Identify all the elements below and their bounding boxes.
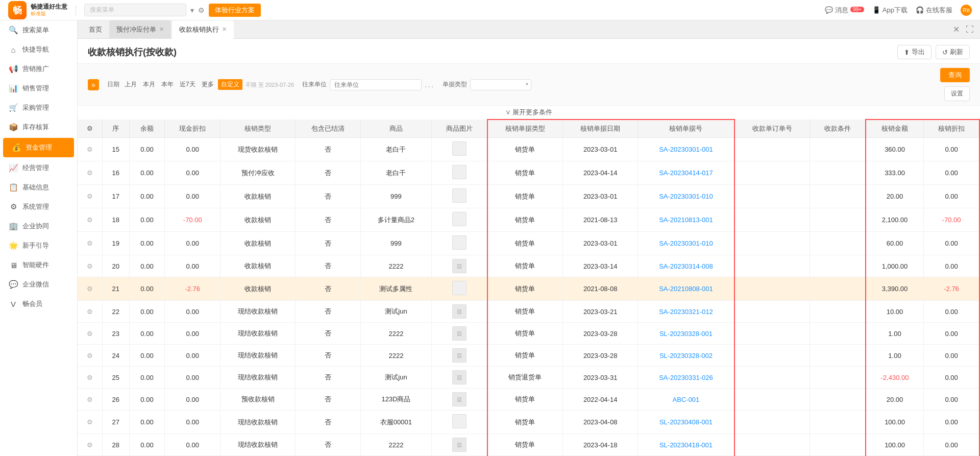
row-settings-icon[interactable]: ⚙ xyxy=(87,374,93,381)
sidebar-item-sales[interactable]: 📊销售管理 xyxy=(0,79,77,98)
row-settings-icon[interactable]: ⚙ xyxy=(87,441,93,449)
td-bill_no[interactable]: SA-20230414-017 xyxy=(638,161,734,185)
td-goods_img xyxy=(431,185,487,208)
row-settings-icon[interactable]: ⚙ xyxy=(87,396,93,403)
sidebar-item-marketing[interactable]: 📢营销推广 xyxy=(0,59,77,79)
tab-prepay[interactable]: 预付冲应付单✕ xyxy=(109,20,171,39)
row-settings-icon[interactable]: ⚙ xyxy=(87,262,93,270)
td-bill_no[interactable]: SL-20230328-001 xyxy=(638,323,734,345)
bill-no-link[interactable]: SA-20230414-017 xyxy=(659,169,713,177)
date-this-year[interactable]: 本年 xyxy=(159,79,176,90)
td-bill_date: 2023-04-14 xyxy=(563,161,638,185)
td-bill_no[interactable]: ABC-001 xyxy=(638,389,734,411)
row-settings-icon[interactable]: ⚙ xyxy=(87,216,93,224)
sidebar-item-basic[interactable]: 📋基础信息 xyxy=(0,178,77,197)
date-this-month[interactable]: 本月 xyxy=(141,79,157,90)
online-service[interactable]: 🎧 在线客服 xyxy=(916,6,952,15)
date-custom[interactable]: 自定义 xyxy=(218,79,242,90)
bill-no-link[interactable]: SA-20230301-001 xyxy=(659,146,713,153)
sidebar-item-member[interactable]: V畅会员 xyxy=(0,294,77,314)
td-bill_no[interactable]: SL-20230408-001 xyxy=(638,411,734,434)
close-window-button[interactable]: ✕ xyxy=(951,23,962,35)
td-goods_img: 🖼 xyxy=(431,301,487,323)
sidebar-item-purchase[interactable]: 🛒采购管理 xyxy=(0,98,77,117)
td-bill_date: 2021-08-13 xyxy=(563,208,638,232)
query-button[interactable]: 查询 xyxy=(940,68,970,82)
refresh-label: 刷新 xyxy=(950,47,963,57)
maximize-button[interactable]: ⛶ xyxy=(964,23,976,35)
td-writeoff_discount: 0.00 xyxy=(924,232,979,255)
sidebar-icon-enterprise: 🏢 xyxy=(8,222,18,231)
td-bill_no[interactable]: SA-20230301-001 xyxy=(638,138,734,161)
from-unit-input[interactable] xyxy=(330,79,422,90)
bill-no-link[interactable]: SA-20230321-012 xyxy=(659,308,713,316)
negative-value: -70.00 xyxy=(183,216,202,224)
sidebar-item-system[interactable]: ⚙系统管理 xyxy=(0,197,77,217)
sidebar-item-search[interactable]: 🔍搜索菜单 xyxy=(0,20,77,40)
sidebar-item-inventory[interactable]: 📦库存核算 xyxy=(0,117,77,137)
row-settings-icon[interactable]: ⚙ xyxy=(87,418,93,426)
td-bill_no[interactable]: SA-20230314-008 xyxy=(638,255,734,277)
sidebar-item-finance[interactable]: 💰资金管理 xyxy=(3,138,74,157)
date-7days[interactable]: 近7天 xyxy=(178,79,198,90)
sidebar-item-hardware[interactable]: 🖥智能硬件 xyxy=(0,255,77,275)
sidebar-icon-quicknav: ⌂ xyxy=(8,45,18,54)
td-receipt_order xyxy=(734,411,810,434)
bill-no-link[interactable]: SA-20210813-001 xyxy=(659,216,713,224)
td-bill_no[interactable]: SA-20230301-010 xyxy=(638,232,734,255)
sidebar-label-inventory: 库存核算 xyxy=(22,123,49,132)
expand-more-bar[interactable]: ∨ 展开更多条件 xyxy=(78,108,980,117)
sidebar-item-quicknav[interactable]: ⌂快捷导航 xyxy=(0,40,77,59)
date-last-month[interactable]: 上月 xyxy=(122,79,139,90)
tab-close-prepay[interactable]: ✕ xyxy=(159,26,164,33)
row-settings-icon[interactable]: ⚙ xyxy=(87,239,93,247)
sidebar-item-guide[interactable]: 🌟新手引导 xyxy=(0,236,77,255)
negative-value: -70.00 xyxy=(942,216,961,224)
tab-close-writeoff[interactable]: ✕ xyxy=(222,26,227,33)
refresh-button[interactable]: ↺ 刷新 xyxy=(936,45,970,59)
bill-no-link[interactable]: SA-20230301-010 xyxy=(659,239,713,247)
solution-button[interactable]: 体验行业方案 xyxy=(209,4,261,17)
table-row: ⚙170.000.00收款核销否999销货单2023-03-01SA-20230… xyxy=(78,185,979,208)
bill-no-link[interactable]: SL-20230328-002 xyxy=(659,352,713,359)
bill-no-link[interactable]: SL-20230328-001 xyxy=(659,330,713,338)
bill-no-link[interactable]: SL-20230408-001 xyxy=(659,418,713,426)
sidebar-item-wechat[interactable]: 💬企业微信 xyxy=(0,275,77,294)
td-bill_no[interactable]: SL-20230418-001 xyxy=(638,434,734,456)
bill-no-link[interactable]: SA-20230314-008 xyxy=(659,262,713,270)
td-bill_no[interactable]: SA-20210808-001 xyxy=(638,277,734,301)
row-settings-icon[interactable]: ⚙ xyxy=(87,285,93,293)
td-bill_no[interactable]: SA-20230331-026 xyxy=(638,367,734,389)
voucher-type-select[interactable] xyxy=(470,79,531,90)
date-more[interactable]: 更多 xyxy=(200,79,216,90)
row-settings-icon[interactable]: ⚙ xyxy=(87,146,93,153)
bill-no-link[interactable]: SA-20230331-026 xyxy=(659,374,713,381)
sidebar-item-operation[interactable]: 📈经营管理 xyxy=(0,158,77,178)
td-bill_no[interactable]: SL-20230328-002 xyxy=(638,345,734,367)
td-bill_no[interactable]: SA-20230321-012 xyxy=(638,301,734,323)
filter-expand-button[interactable]: » xyxy=(88,79,99,90)
bill-no-link[interactable]: SA-20230301-010 xyxy=(659,193,713,200)
tab-home[interactable]: 首页 xyxy=(82,20,109,39)
bill-no-link[interactable]: SA-20210808-001 xyxy=(659,285,713,293)
row-settings-icon[interactable]: ⚙ xyxy=(87,330,93,338)
td-bill_no[interactable]: SA-20230301-010 xyxy=(638,185,734,208)
user-info[interactable]: Rit xyxy=(961,5,972,16)
settings-button[interactable]: 设置 xyxy=(944,86,970,101)
app-download[interactable]: 📱 App下载 xyxy=(872,6,908,15)
row-settings-icon[interactable]: ⚙ xyxy=(87,352,93,359)
from-unit-group: 往来单位 ... xyxy=(302,79,434,90)
settings-icon[interactable]: ⚙ xyxy=(198,6,205,14)
search-dropdown-icon[interactable]: ▾ xyxy=(190,6,194,14)
tab-writeoff[interactable]: 收款核销执行✕ xyxy=(172,20,234,39)
export-button[interactable]: ⬆ 导出 xyxy=(897,45,932,59)
row-settings-icon[interactable]: ⚙ xyxy=(87,308,93,316)
bill-no-link[interactable]: SL-20230418-001 xyxy=(659,441,713,449)
bill-no-link[interactable]: ABC-001 xyxy=(673,396,700,403)
row-settings-icon[interactable]: ⚙ xyxy=(87,193,93,200)
td-bill_no[interactable]: SA-20210813-001 xyxy=(638,208,734,232)
row-settings-icon[interactable]: ⚙ xyxy=(87,169,93,177)
sidebar-item-enterprise[interactable]: 🏢企业协同 xyxy=(0,217,77,236)
notification-area[interactable]: 💬 消息 99+ xyxy=(825,6,864,15)
sidebar-label-member: 畅会员 xyxy=(22,299,42,308)
